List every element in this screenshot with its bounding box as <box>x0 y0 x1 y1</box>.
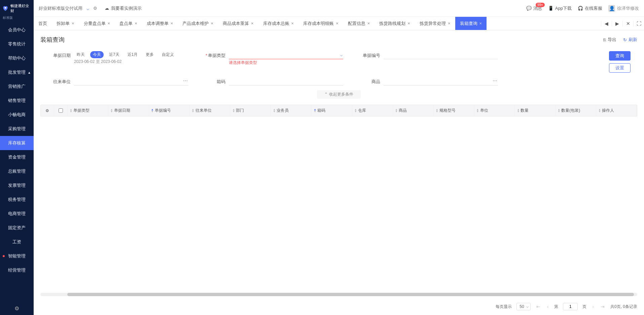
sidebar-item-12[interactable]: 税务管理 <box>0 193 34 207</box>
tab-8[interactable]: 库存成本明细账× <box>298 17 343 30</box>
tab-3[interactable]: 盘点单× <box>115 17 142 30</box>
close-icon[interactable]: × <box>367 21 370 26</box>
close-icon[interactable]: × <box>251 21 254 26</box>
date-chip-4[interactable]: 更多 <box>143 51 156 58</box>
sidebar-item-8[interactable]: 库存核算 <box>0 136 34 150</box>
close-icon[interactable]: × <box>336 21 338 26</box>
column-header-4[interactable]: ▲▼部门 <box>230 105 271 116</box>
column-header-10[interactable]: ▲▼单位 <box>474 105 515 116</box>
horizontal-scrollbar[interactable] <box>40 293 637 296</box>
column-header-6[interactable]: ▲▼箱码 <box>312 105 352 116</box>
export-button[interactable]: ⎘导出 <box>603 37 616 43</box>
page-title: 装箱查询 <box>40 36 65 44</box>
tab-12[interactable]: 装箱查询× <box>455 17 487 30</box>
column-header-9[interactable]: ▲▼规格型号 <box>434 105 474 116</box>
date-chip-3[interactable]: 近1月 <box>125 51 141 58</box>
column-header-3[interactable]: ▲▼往来单位 <box>190 105 230 116</box>
tabs-close-icon[interactable]: ✕ <box>622 21 633 26</box>
query-button[interactable]: 查询 <box>609 51 631 61</box>
per-page-select[interactable]: 50 <box>516 303 530 310</box>
settings-button[interactable]: 设置 <box>609 63 631 73</box>
demo-link[interactable]: ☁ 我要看实例演示 <box>105 5 142 11</box>
tab-10[interactable]: 拣货路线规划× <box>374 17 415 30</box>
date-chip-5[interactable]: 自定义 <box>159 51 177 58</box>
product-name: 好业财标准版交付试用 <box>39 5 82 11</box>
sidebar-item-1[interactable]: 零售统计 <box>0 37 34 51</box>
sidebar-item-14[interactable]: 固定资产 <box>0 221 34 235</box>
sidebar-item-15[interactable]: 工资 <box>0 235 34 249</box>
tabs-fullscreen-icon[interactable]: ⛶ <box>633 21 644 26</box>
tabs-prev-icon[interactable]: ◀ <box>601 21 612 26</box>
column-header-5[interactable]: ▲▼业务员 <box>271 105 312 116</box>
sidebar-item-2[interactable]: 帮助中心 <box>0 51 34 65</box>
column-header-13[interactable]: ▲▼操作人 <box>596 105 637 116</box>
type-select[interactable] <box>229 51 343 59</box>
sidebar-item-16[interactable]: 智能管理 <box>0 249 34 263</box>
close-icon[interactable]: × <box>407 21 410 26</box>
column-header-1[interactable]: ▲▼单据日期 <box>108 105 149 116</box>
product-settings-icon[interactable]: ⚙ <box>93 6 97 11</box>
sidebar-item-13[interactable]: 电商管理 <box>0 207 34 221</box>
tab-7[interactable]: 库存成本总账× <box>258 17 299 30</box>
tab-9[interactable]: 配置信息× <box>343 17 375 30</box>
sidebar-item-4[interactable]: 营销推广 <box>0 79 34 94</box>
tab-1[interactable]: 拆卸单× <box>52 17 79 30</box>
settings-gear-icon[interactable]: ⚙ <box>0 302 34 315</box>
date-chip-2[interactable]: 近7天 <box>106 51 122 58</box>
sidebar-item-17[interactable]: 经营管理 <box>0 263 34 277</box>
chevron-down-icon[interactable]: ⌵ <box>340 53 343 57</box>
column-header-12[interactable]: ▲▼数量(包装) <box>556 105 596 116</box>
pager-summary: 共0页, 0条记录 <box>610 304 637 310</box>
close-icon[interactable]: × <box>448 21 451 26</box>
select-all-checkbox[interactable] <box>59 108 63 113</box>
column-header-0[interactable]: ▲▼单据类型 <box>68 105 108 116</box>
date-chip-0[interactable]: 昨天 <box>74 51 87 58</box>
sidebar-item-5[interactable]: 销售管理 <box>0 94 34 108</box>
column-header-11[interactable]: ▲▼数量 <box>515 105 556 116</box>
messages-button[interactable]: 💬 消息 99+ <box>526 5 542 11</box>
page-next-icon[interactable]: › <box>591 304 595 309</box>
sidebar-item-3[interactable]: 批发管理▲ <box>0 65 34 79</box>
close-icon[interactable]: × <box>108 21 110 26</box>
support-button[interactable]: 🎧 在线客服 <box>578 5 602 11</box>
app-download-button[interactable]: 📱 App下载 <box>548 5 572 11</box>
tab-2[interactable]: 分量盘点单× <box>79 17 115 30</box>
more-icon[interactable]: ⋯ <box>183 78 188 83</box>
tab-0[interactable]: 首页 <box>34 17 52 30</box>
tab-5[interactable]: 产品成本维护× <box>178 17 218 30</box>
goods-input[interactable] <box>384 77 498 85</box>
tabs-next-icon[interactable]: ▶ <box>612 21 622 26</box>
close-icon[interactable]: × <box>291 21 294 26</box>
sidebar-item-7[interactable]: 采购管理 <box>0 122 34 136</box>
more-icon[interactable]: ⋯ <box>493 78 497 83</box>
page-last-icon[interactable]: ⇥ <box>600 304 606 309</box>
column-settings-icon[interactable]: ⚙ <box>41 105 54 116</box>
close-icon[interactable]: × <box>171 21 173 26</box>
refresh-button[interactable]: ↻刷新 <box>623 37 637 43</box>
close-icon[interactable]: × <box>479 21 482 26</box>
sidebar-item-0[interactable]: 会员中心 <box>0 23 34 37</box>
box-input[interactable] <box>229 77 343 85</box>
page-input[interactable] <box>563 303 578 310</box>
page-first-icon[interactable]: ⇤ <box>535 304 541 309</box>
page-prev-icon[interactable]: ‹ <box>546 304 550 309</box>
user-menu[interactable]: 👤 徐泽华修改 <box>608 5 639 12</box>
column-header-8[interactable]: ▲▼商品 <box>393 105 434 116</box>
close-icon[interactable]: × <box>211 21 213 26</box>
code-input[interactable] <box>384 51 498 59</box>
sidebar-item-11[interactable]: 发票管理 <box>0 178 34 193</box>
close-icon[interactable]: × <box>135 21 137 26</box>
column-header-2[interactable]: ▲▼单据编号 <box>149 105 190 116</box>
column-header-7[interactable]: ▲▼仓库 <box>352 105 393 116</box>
tab-11[interactable]: 拣货异常处理× <box>415 17 455 30</box>
collapse-filters-button[interactable]: ⌃ 收起更多条件 <box>317 90 361 99</box>
sidebar-item-9[interactable]: 资金管理 <box>0 150 34 164</box>
tab-6[interactable]: 商品成本重算× <box>218 17 258 30</box>
date-chip-1[interactable]: 今天 <box>90 51 104 58</box>
tab-4[interactable]: 成本调整单× <box>142 17 178 30</box>
product-dropdown-icon[interactable]: ⌵ <box>86 6 89 11</box>
sidebar-item-6[interactable]: 小畅电商 <box>0 108 34 122</box>
close-icon[interactable]: × <box>72 21 74 26</box>
partner-input[interactable] <box>74 77 188 85</box>
sidebar-item-10[interactable]: 总账管理 <box>0 164 34 178</box>
